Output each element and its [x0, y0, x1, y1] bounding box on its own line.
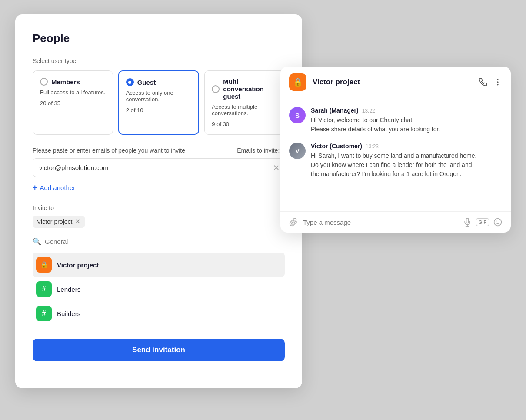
message-content-victor: Victor (Customer) 13:23 Hi Sarah, I want…: [311, 143, 502, 179]
chat-lock-icon: 🔒: [293, 77, 303, 87]
emoji-button[interactable]: [493, 218, 502, 227]
modal-title: People: [33, 32, 285, 45]
chat-messages: S Sarah (Manager) 13:22 Hi Victor, welco…: [280, 98, 511, 211]
phone-button[interactable]: [479, 78, 487, 87]
sender-sarah: Sarah (Manager): [311, 107, 359, 114]
chat-panel: 🔒 Victor project S: [280, 67, 511, 233]
chat-title: Victor project: [313, 78, 473, 87]
members-name: Members: [51, 78, 80, 86]
members-count: 20 of 35: [40, 100, 106, 107]
microphone-button[interactable]: [463, 218, 472, 227]
multi-guest-count: 9 of 30: [212, 121, 277, 127]
invite-section-header: Please paste or enter emails of people y…: [33, 147, 285, 154]
invited-tag: Victor project ✕: [33, 216, 85, 228]
attachment-icon: [289, 218, 298, 227]
user-type-guest-header: Guest: [126, 78, 192, 86]
user-type-options: Members Full access to all features. 20 …: [33, 70, 285, 135]
lenders-icon: #: [36, 281, 52, 297]
svg-point-0: [497, 79, 498, 80]
svg-point-1: [497, 81, 498, 83]
time-sarah: 13:22: [362, 108, 375, 114]
more-options-icon: [493, 78, 502, 87]
select-user-label: Select user type: [33, 57, 285, 64]
multi-guest-name: Multi conversation guest: [223, 78, 277, 100]
user-type-members[interactable]: Members Full access to all features. 20 …: [33, 70, 113, 135]
text-victor: Hi Sarah, I want to buy some land and a …: [311, 151, 502, 179]
invite-to-label: Invite to: [33, 204, 285, 211]
sender-victor: Victor (Customer): [311, 143, 362, 150]
chat-header-actions: [479, 78, 502, 87]
channel-name-victor-project: Victor project: [57, 261, 99, 269]
chat-input-area: GIF: [280, 211, 511, 233]
guest-name: Guest: [137, 79, 156, 86]
svg-point-5: [494, 219, 502, 226]
search-row: 🔍: [33, 234, 285, 249]
invited-tags: Victor project ✕: [33, 216, 285, 228]
add-another-button[interactable]: + Add another: [33, 183, 75, 192]
plus-icon: +: [33, 183, 37, 192]
radio-multi-guest[interactable]: [212, 85, 220, 93]
avatar-sarah: S: [289, 107, 306, 123]
channel-item-victor-project[interactable]: 🔒 Victor project: [33, 253, 285, 277]
guest-count: 2 of 10: [126, 107, 192, 113]
gif-button[interactable]: GIF: [476, 218, 489, 226]
invite-label: Please paste or enter emails of people y…: [33, 147, 185, 154]
emoji-icon: [493, 218, 502, 227]
text-sarah: Hi Victor, welcome to our Chanty chat.Pl…: [311, 116, 502, 134]
user-type-members-header: Members: [40, 78, 106, 86]
message-row-victor: V Victor (Customer) 13:23 Hi Sarah, I wa…: [289, 143, 502, 179]
hash-icon-builders: #: [42, 310, 46, 317]
radio-guest[interactable]: [126, 78, 134, 86]
invited-tag-label: Victor project: [37, 218, 72, 225]
channel-name-lenders: Lenders: [57, 286, 80, 293]
emails-to-invite: Emails to invite: 1: [237, 147, 285, 154]
message-row-sarah: S Sarah (Manager) 13:22 Hi Victor, welco…: [289, 107, 502, 134]
builders-icon: #: [36, 306, 52, 321]
channel-name-builders: Builders: [57, 310, 80, 317]
channel-item-lenders[interactable]: # Lenders: [33, 277, 285, 301]
chat-header-icon: 🔒: [289, 73, 306, 91]
hash-icon: #: [42, 285, 46, 293]
add-another-label: Add another: [40, 184, 76, 191]
email-input[interactable]: [33, 158, 285, 177]
more-options-button[interactable]: [493, 78, 502, 87]
invite-modal: People Select user type Members Full acc…: [15, 14, 302, 388]
chat-input-right: GIF: [463, 218, 502, 227]
message-content-sarah: Sarah (Manager) 13:22 Hi Victor, welcome…: [311, 107, 502, 134]
radio-members[interactable]: [40, 78, 48, 86]
channel-list: 🔒 Victor project # Lenders # Builders: [33, 253, 285, 326]
phone-icon: [479, 78, 487, 87]
members-desc: Full access to all features.: [40, 89, 106, 96]
user-type-guest[interactable]: Guest Access to only one conversation. 2…: [118, 70, 200, 135]
chat-header: 🔒 Victor project: [280, 67, 511, 98]
microphone-icon: [463, 218, 472, 227]
attachment-button[interactable]: [289, 218, 298, 227]
send-invitation-button[interactable]: Send invitation: [33, 339, 285, 361]
channel-search-input[interactable]: [45, 238, 285, 245]
multi-guest-desc: Access to multiple conversations.: [212, 103, 277, 117]
channel-item-builders[interactable]: # Builders: [33, 301, 285, 326]
message-input[interactable]: [303, 219, 458, 226]
user-type-multi-guest[interactable]: Multi conversation guest Access to multi…: [204, 70, 285, 135]
email-input-wrapper: ✕: [33, 158, 285, 177]
message-header-sarah: Sarah (Manager) 13:22: [311, 107, 502, 114]
time-victor: 13:23: [366, 143, 379, 150]
user-type-multi-guest-header: Multi conversation guest: [212, 78, 277, 100]
guest-desc: Access to only one conversation.: [126, 90, 192, 103]
message-header-victor: Victor (Customer) 13:23: [311, 143, 502, 150]
clear-icon[interactable]: ✕: [273, 164, 280, 172]
victor-project-icon: 🔒: [36, 257, 52, 273]
avatar-victor: V: [289, 143, 306, 159]
search-icon: 🔍: [33, 237, 41, 246]
tag-remove-icon[interactable]: ✕: [75, 218, 80, 225]
svg-point-2: [497, 84, 498, 85]
lock-icon: 🔒: [40, 261, 48, 269]
